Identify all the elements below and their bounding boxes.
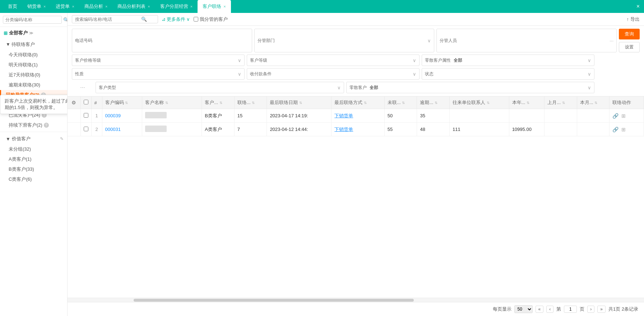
settings-gear-icon[interactable]: ⚙ [71, 100, 76, 105]
this-month-column-header[interactable]: 本月... ⇅ [577, 96, 610, 109]
query-button[interactable]: 查询 [619, 29, 640, 39]
class-c-customers[interactable]: C类客户(6) [0, 174, 67, 184]
last-page-button[interactable]: » [597, 306, 606, 313]
my-customers-checkbox[interactable] [194, 17, 198, 22]
dept-input[interactable] [278, 38, 428, 43]
uncontacted-sort-icon[interactable]: ⇅ [402, 101, 405, 105]
nav-product-analysis[interactable]: 商品分析 × [79, 0, 112, 13]
past-contacts-sort-icon[interactable]: ⇅ [487, 101, 490, 105]
next-page-button[interactable]: › [587, 306, 594, 313]
nav-customer-contact[interactable]: 客户联络 × [198, 0, 231, 13]
overdue-column-header[interactable]: 逾期... ⇅ [417, 96, 450, 109]
type-sort-icon[interactable]: ⇅ [219, 101, 222, 105]
nav-home[interactable]: 首页 [3, 0, 22, 13]
status-input[interactable] [436, 71, 588, 76]
row-last-contact-method[interactable]: 下销货单 [332, 109, 385, 123]
price-level-dropdown-icon[interactable]: ∨ [238, 58, 241, 63]
row-checkbox[interactable] [84, 113, 88, 118]
close-customer-mgmt-icon[interactable]: × [190, 4, 193, 9]
customer-type-dropdown-icon[interactable]: ∨ [337, 85, 341, 90]
price-level-input[interactable] [104, 58, 238, 63]
nav-sales[interactable]: 销货单 × [22, 0, 51, 13]
first-page-button[interactable]: « [536, 306, 544, 313]
dept-dropdown-icon[interactable]: ∨ [427, 38, 431, 43]
more-filter-btn[interactable]: ··· [72, 82, 93, 93]
main-search-input[interactable] [75, 17, 140, 22]
payment-dropdown-icon[interactable]: ∨ [413, 71, 416, 77]
prev-page-button[interactable]: ‹ [546, 306, 553, 313]
row-code[interactable]: 000039 [102, 109, 142, 123]
row-last-contact-method[interactable]: 下销货单 [332, 123, 385, 136]
last-contact-date-column-header[interactable]: 最后联络日期 ⇅ [267, 96, 332, 109]
more-conditions-btn[interactable]: ⊿ 更多条件 ∨ [162, 16, 190, 23]
settings-column-header[interactable]: ⚙ [68, 96, 80, 109]
customer-level-dropdown-icon[interactable]: ∨ [413, 58, 416, 63]
close-sales-icon[interactable]: × [43, 4, 46, 9]
scrollbar-thumb[interactable] [134, 299, 414, 302]
grid-action-icon[interactable]: ⊞ [621, 127, 626, 132]
contact-count-column-header[interactable]: 联络... ⇅ [234, 96, 267, 109]
phone-input[interactable] [95, 38, 249, 43]
contact-count-sort-icon[interactable]: ⇅ [252, 101, 255, 105]
close-purchase-icon[interactable]: × [72, 4, 74, 9]
payment-input[interactable] [274, 71, 413, 76]
nature-dropdown-icon[interactable]: ∨ [238, 71, 241, 77]
row-checkbox[interactable] [84, 127, 88, 131]
type-column-header[interactable]: 客户... ⇅ [202, 96, 235, 109]
value-customer-group[interactable]: ▼ 价值客户 ✎ [0, 133, 67, 144]
past-contacts-column-header[interactable]: 往来单位联系人 ⇅ [450, 96, 509, 109]
this-month-sort-icon[interactable]: ⇅ [594, 101, 597, 105]
code-sort-icon[interactable]: ⇅ [125, 101, 128, 105]
name-column-header[interactable]: 客户名称 ⇅ [142, 96, 202, 109]
week-pending[interactable]: 近7天待联络(0) [0, 70, 67, 80]
link-action-icon[interactable]: 🔗 [612, 127, 618, 132]
select-all-checkbox[interactable] [84, 100, 88, 104]
last-month-column-header[interactable]: 上月... ⇅ [545, 96, 577, 109]
close-product-list-icon[interactable]: × [148, 4, 150, 9]
row-code[interactable]: 000031 [102, 123, 142, 136]
sidebar-search-icon[interactable]: 🔍 [63, 17, 68, 23]
close-customer-contact-icon[interactable]: × [223, 4, 226, 9]
today-pending[interactable]: 今天待联络(0) [0, 50, 67, 60]
nav-purchase[interactable]: 进货单 × [51, 0, 79, 13]
window-close-button[interactable]: × [636, 3, 640, 10]
manager-more-icon[interactable]: ··· [610, 38, 613, 43]
unclassified-customers[interactable]: 未分组(32) [0, 144, 67, 154]
grid-action-icon[interactable]: ⊞ [621, 113, 626, 119]
manager-input[interactable] [460, 38, 610, 43]
close-product-analysis-icon[interactable]: × [105, 4, 107, 9]
overdue-uncontacted[interactable]: 逾期未联络(30) [0, 80, 67, 90]
edit-icon[interactable]: ✎ [60, 136, 64, 141]
per-page-select[interactable]: 50 100 200 [514, 305, 533, 313]
page-number-input[interactable] [564, 306, 577, 313]
horizontal-scrollbar[interactable] [68, 298, 644, 302]
this-year-sort-icon[interactable]: ⇅ [527, 101, 529, 105]
class-a-customers[interactable]: A类客户(1) [0, 154, 67, 164]
name-sort-icon[interactable]: ⇅ [165, 101, 168, 105]
main-search-icon[interactable]: 🔍 [141, 16, 147, 22]
last-contact-method-sort-icon[interactable]: ⇅ [364, 101, 367, 105]
nav-customer-mgmt[interactable]: 客户分层经营 × [155, 0, 198, 13]
scattered-attr-dropdown-icon[interactable]: ∨ [588, 58, 591, 63]
code-column-header[interactable]: 客户编码 ⇅ [102, 96, 142, 109]
nav-product-list[interactable]: 商品分析列表 × [112, 0, 155, 13]
uncontacted-column-header[interactable]: 未联... ⇅ [384, 96, 417, 109]
overdue-sort-icon[interactable]: ⇅ [435, 101, 437, 105]
pending-contact-group[interactable]: ▼ 待联络客户 [0, 39, 67, 50]
last-contact-method-column-header[interactable]: 最后联络方式 ⇅ [332, 96, 385, 109]
all-customers-header[interactable]: ⊞ 全部客户 ≫ [0, 27, 67, 39]
link-action-icon[interactable]: 🔗 [612, 113, 618, 119]
declining-customers[interactable]: 持续下滑客户(2) ? [0, 120, 67, 130]
last-month-sort-icon[interactable]: ⇅ [562, 101, 565, 105]
class-b-customers[interactable]: B类客户(33) [0, 164, 67, 174]
export-button[interactable]: ↑ 导出 [627, 16, 640, 23]
nature-input[interactable] [87, 71, 238, 76]
settings-button[interactable]: 设置 [619, 42, 640, 52]
scattered-customer-dropdown-icon[interactable]: ∨ [588, 85, 591, 90]
last-contact-date-sort-icon[interactable]: ⇅ [299, 101, 302, 105]
customer-type-input[interactable] [119, 85, 337, 90]
customer-level-input[interactable] [270, 58, 413, 63]
sidebar-search-input[interactable] [3, 16, 62, 24]
this-year-column-header[interactable]: 本年... ⇅ [509, 96, 545, 109]
tomorrow-pending[interactable]: 明天待联络(1) [0, 60, 67, 70]
